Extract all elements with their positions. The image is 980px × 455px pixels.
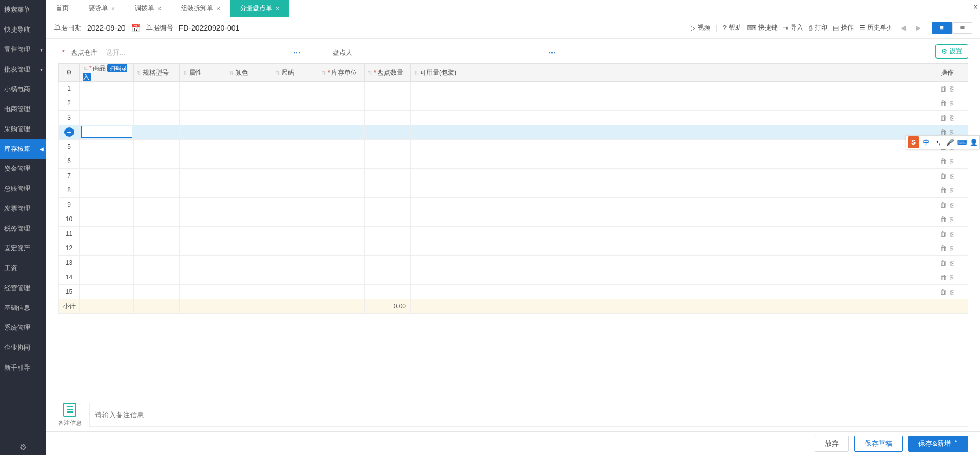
settings-button[interactable]: ⚙设置 [935, 44, 968, 59]
ime-mic-icon[interactable]: 🎤 [944, 136, 956, 148]
copy-row-icon[interactable]: ⎘ [950, 201, 954, 209]
col-size[interactable]: ⇅尺码 [272, 64, 318, 82]
delete-row-icon[interactable]: 🗑 [940, 172, 947, 180]
col-unit[interactable]: ⇅*库存单位 [318, 64, 365, 82]
close-icon[interactable]: × [111, 5, 115, 12]
delete-row-icon[interactable]: 🗑 [940, 114, 947, 122]
view-list-icon[interactable]: ≡ [932, 22, 952, 34]
sidebar-item[interactable]: 基础信息 [0, 298, 46, 318]
discard-button[interactable]: 放弃 [815, 436, 849, 452]
save-draft-button[interactable]: 保存草稿 [854, 436, 903, 452]
video-link[interactable]: ▷视频 [691, 23, 710, 32]
copy-row-icon[interactable]: ⎘ [950, 114, 954, 122]
col-qty[interactable]: ⇅*盘点数量 [365, 64, 411, 82]
col-settings[interactable]: ⚙ [59, 64, 80, 82]
sidebar-item[interactable]: 企业协同 [0, 338, 46, 358]
delete-row-icon[interactable]: 🗑 [940, 201, 947, 209]
sidebar-item[interactable]: 搜索菜单 [0, 0, 46, 20]
table-row[interactable]: 14🗑⎘ [59, 270, 968, 285]
ime-lang[interactable]: 中 [920, 136, 932, 148]
person-lookup-icon[interactable]: ⋯ [549, 49, 556, 56]
prev-doc-icon[interactable]: ◀ [898, 24, 908, 32]
delete-row-icon[interactable]: 🗑 [940, 288, 947, 296]
copy-row-icon[interactable]: ⎘ [950, 259, 954, 267]
table-row[interactable]: 6🗑⎘ [59, 154, 968, 169]
warehouse-input[interactable] [103, 46, 285, 59]
help-link[interactable]: ?帮助 [723, 23, 742, 32]
copy-row-icon[interactable]: ⎘ [950, 288, 954, 296]
save-and-new-button[interactable]: 保存&新增˄ [908, 436, 968, 452]
sidebar-item[interactable]: 小畅电商 [0, 80, 46, 99]
delete-row-icon[interactable]: 🗑 [940, 230, 947, 238]
sidebar-item[interactable]: 资金管理 [0, 159, 46, 179]
table-row[interactable]: 5🗑⎘ [59, 140, 968, 154]
tab[interactable]: 要货单× [79, 0, 125, 17]
close-icon[interactable]: × [157, 5, 161, 12]
ime-toolbar[interactable]: S 中 •, 🎤 ⌨ 👤 [906, 135, 980, 149]
sidebar-item[interactable]: 新手引导 [0, 358, 46, 378]
table-row[interactable]: 10🗑⎘ [59, 212, 968, 227]
operate-link[interactable]: ▤操作 [833, 23, 854, 32]
add-row-icon[interactable]: + [64, 127, 74, 137]
next-doc-icon[interactable]: ▶ [913, 24, 923, 32]
col-color[interactable]: ⇅颜色 [226, 64, 272, 82]
hotkey-link[interactable]: ⌨快捷键 [747, 23, 778, 32]
tab[interactable]: 分量盘点单× [230, 0, 289, 17]
copy-row-icon[interactable]: ⎘ [950, 157, 954, 165]
sidebar-item[interactable]: 库存核算◀ [0, 139, 46, 159]
copy-row-icon[interactable]: ⎘ [950, 215, 954, 223]
close-icon[interactable]: × [275, 5, 279, 12]
sidebar-item[interactable]: 经营管理 [0, 278, 46, 298]
sidebar-item[interactable]: 工资 [0, 258, 46, 278]
table-row[interactable]: +🗑⎘ [59, 125, 968, 140]
table-row[interactable]: 11🗑⎘ [59, 227, 968, 241]
person-input[interactable] [358, 46, 540, 59]
gear-icon[interactable]: ⚙ [20, 443, 27, 451]
history-link[interactable]: ☰历史单据 [859, 23, 893, 32]
delete-row-icon[interactable]: 🗑 [940, 157, 947, 165]
delete-row-icon[interactable]: 🗑 [940, 99, 947, 107]
sidebar-item[interactable]: 快捷导航 [0, 20, 46, 40]
copy-row-icon[interactable]: ⎘ [950, 244, 954, 252]
sidebar-item[interactable]: 电商管理 [0, 99, 46, 119]
copy-row-icon[interactable]: ⎘ [950, 273, 954, 281]
table-row[interactable]: 8🗑⎘ [59, 183, 968, 198]
view-grid-icon[interactable]: ≣ [952, 22, 972, 34]
sidebar-item[interactable]: 系统管理 [0, 318, 46, 338]
tab[interactable]: 组装拆卸单× [171, 0, 230, 17]
warehouse-lookup-icon[interactable]: ⋯ [294, 49, 301, 56]
sidebar-item[interactable]: 批发管理▾ [0, 60, 46, 80]
ime-punct-icon[interactable]: •, [932, 136, 944, 148]
tab[interactable]: 调拨单× [125, 0, 171, 17]
sidebar-item[interactable]: 税务管理 [0, 219, 46, 239]
ime-keyboard-icon[interactable]: ⌨ [956, 136, 968, 148]
sidebar-item[interactable]: 固定资产 [0, 239, 46, 258]
sidebar-item[interactable]: 发票管理 [0, 199, 46, 219]
table-row[interactable]: 9🗑⎘ [59, 198, 968, 212]
copy-row-icon[interactable]: ⎘ [950, 186, 954, 194]
table-row[interactable]: 7🗑⎘ [59, 169, 968, 183]
ime-person-icon[interactable]: 👤 [968, 136, 979, 148]
delete-row-icon[interactable]: 🗑 [940, 215, 947, 223]
col-product[interactable]: ⇅*商品扫码录入 [80, 64, 134, 82]
calendar-icon[interactable]: 📅 [131, 24, 140, 32]
col-spec[interactable]: ⇅规格型号 [134, 64, 180, 82]
print-link[interactable]: ⎙打印 [809, 23, 827, 32]
copy-row-icon[interactable]: ⎘ [950, 99, 954, 107]
tab[interactable]: 首页 [46, 0, 79, 17]
delete-row-icon[interactable]: 🗑 [940, 186, 947, 194]
copy-row-icon[interactable]: ⎘ [950, 230, 954, 238]
close-icon[interactable]: × [216, 5, 220, 12]
sidebar-item[interactable]: 总账管理 [0, 179, 46, 199]
table-row[interactable]: 13🗑⎘ [59, 256, 968, 270]
delete-row-icon[interactable]: 🗑 [940, 273, 947, 281]
table-row[interactable]: 12🗑⎘ [59, 241, 968, 256]
copy-row-icon[interactable]: ⎘ [950, 172, 954, 180]
remark-input[interactable] [89, 403, 968, 427]
delete-row-icon[interactable]: 🗑 [940, 85, 947, 93]
table-row[interactable]: 2🗑⎘ [59, 96, 968, 111]
col-available[interactable]: ⇅可用量(包装) [411, 64, 926, 82]
sidebar-item[interactable]: 零售管理▾ [0, 40, 46, 60]
table-row[interactable]: 15🗑⎘ [59, 285, 968, 299]
import-link[interactable]: ⇥导入 [783, 23, 803, 32]
